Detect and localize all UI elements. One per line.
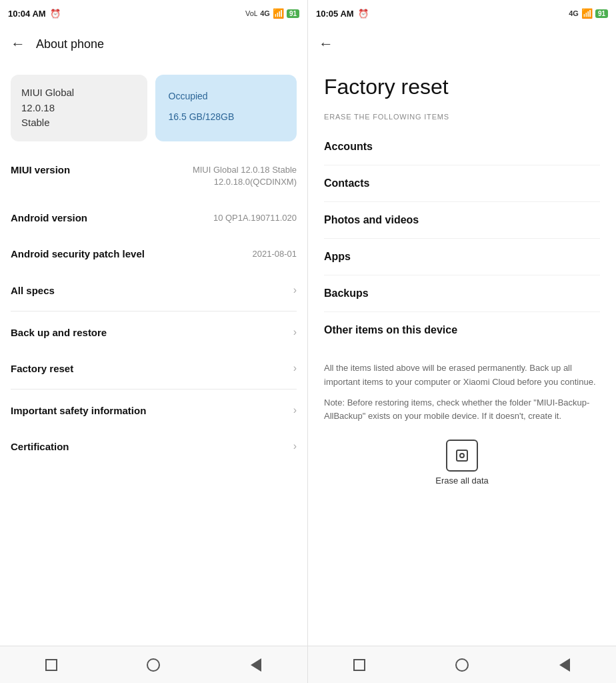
left-nav-home-btn[interactable] (140, 652, 167, 678)
right-nav-square-btn[interactable] (346, 652, 373, 678)
right-4g-label: 4G (569, 9, 579, 17)
right-signal-icon: 📶 (581, 8, 593, 19)
right-status-bar: 10:05 AM ⏰ 4G 📶 91 (308, 0, 616, 27)
miui-version-row: MIUI version MIUI Global 12.0.18 Stable … (0, 152, 307, 200)
left-nav-circle-icon (147, 658, 160, 672)
left-4g-label: 4G (260, 9, 270, 17)
left-bottom-nav (0, 646, 307, 683)
right-status-left: 10:05 AM ⏰ (316, 9, 369, 19)
erase-all-icon (446, 440, 478, 472)
factory-reset-chevron: › (293, 362, 297, 374)
svg-text:VoLTE: VoLTE (245, 9, 257, 17)
miui-info-card: MIUI Global 12.0.18 Stable (11, 75, 147, 141)
storage-amount: 16.5 GB (169, 111, 203, 122)
miui-card-row: MIUI Global 12.0.18 Stable Occupied 16.5… (0, 69, 307, 152)
right-back-button[interactable]: ← (319, 35, 333, 53)
left-time: 10:04 AM (8, 9, 46, 19)
android-version-row: Android version 10 QP1A.190711.020 (0, 200, 307, 236)
storage-total: /128GB (203, 111, 234, 122)
right-time: 10:05 AM (316, 9, 354, 19)
factory-reset-label: Factory reset (11, 363, 73, 374)
left-back-button[interactable]: ← (11, 35, 25, 53)
divider-1 (11, 311, 297, 311)
certification-row[interactable]: Certification › (0, 428, 307, 464)
safety-info-chevron: › (293, 404, 297, 416)
left-alarm-icon: ⏰ (50, 9, 61, 19)
right-toolbar: ← (308, 27, 616, 61)
erase-section-label: ERASE THE FOLLOWING ITEMS (324, 113, 600, 121)
erase-item-accounts-text: Accounts (324, 141, 373, 152)
android-version-label: Android version (11, 212, 87, 223)
erase-item-contacts: Contacts (324, 165, 600, 202)
right-nav-square-icon (353, 659, 365, 671)
about-content: MIUI Global 12.0.18 Stable Occupied 16.5… (0, 61, 307, 646)
miui-info-text: MIUI Global 12.0.18 Stable (21, 85, 137, 131)
left-nav-square-btn[interactable] (38, 652, 65, 678)
miui-line3: Stable (21, 115, 137, 131)
left-status-right: VoLTE 4G 📶 91 (245, 8, 299, 19)
left-network-icon: VoLTE (245, 8, 257, 19)
left-nav-triangle-icon (251, 658, 261, 672)
miui-line1: MIUI Global (21, 85, 137, 101)
erase-all-button[interactable]: Erase all data (435, 440, 489, 486)
left-page-title: About phone (36, 37, 104, 51)
svg-point-2 (460, 454, 464, 458)
erase-item-contacts-text: Contacts (324, 177, 369, 189)
right-battery: 91 (595, 9, 608, 18)
all-specs-label: All specs (11, 285, 55, 296)
erase-items-list: Accounts Contacts Photos and videos Apps… (324, 129, 600, 348)
left-status-bar: 10:04 AM ⏰ VoLTE 4G 📶 91 (0, 0, 307, 27)
certification-chevron: › (293, 440, 297, 452)
warning-text: All the items listed above will be erase… (324, 362, 600, 390)
certification-label: Certification (11, 441, 69, 452)
svg-rect-1 (457, 450, 467, 461)
erase-item-apps-text: Apps (324, 251, 351, 262)
left-status-left: 10:04 AM ⏰ (8, 9, 61, 19)
security-patch-label: Android security patch level (11, 248, 145, 259)
safety-info-label: Important safety information (11, 405, 146, 416)
backup-restore-chevron: › (293, 326, 297, 338)
miui-storage-card: Occupied 16.5 GB/128GB (155, 75, 297, 141)
security-patch-row: Android security patch level 2021-08-01 (0, 236, 307, 272)
right-bottom-nav (308, 646, 616, 683)
right-panel: 10:05 AM ⏰ 4G 📶 91 ← Factory reset ERASE… (308, 0, 616, 683)
all-specs-row[interactable]: All specs › (0, 272, 307, 308)
erase-item-other: Other items on this device (324, 312, 600, 348)
miui-version-label: MIUI version (11, 164, 70, 175)
left-signal-icon: 📶 (273, 8, 284, 19)
erase-item-photos-text: Photos and videos (324, 214, 419, 225)
left-panel: 10:04 AM ⏰ VoLTE 4G 📶 91 ← About phone M… (0, 0, 308, 683)
backup-restore-row[interactable]: Back up and restore › (0, 314, 307, 350)
safety-info-row[interactable]: Important safety information › (0, 392, 307, 428)
factory-reset-row[interactable]: Factory reset › (0, 350, 307, 386)
factory-reset-title: Factory reset (324, 75, 600, 99)
erase-item-apps: Apps (324, 239, 600, 275)
right-nav-home-btn[interactable] (449, 652, 475, 678)
right-nav-triangle-icon (559, 658, 570, 672)
erase-item-accounts: Accounts (324, 129, 600, 165)
erase-item-photos: Photos and videos (324, 202, 600, 239)
factory-reset-content: Factory reset ERASE THE FOLLOWING ITEMS … (308, 61, 616, 646)
erase-item-other-text: Other items on this device (324, 324, 457, 335)
left-nav-back-btn[interactable] (243, 652, 269, 678)
left-battery: 91 (287, 9, 299, 18)
backup-restore-label: Back up and restore (11, 327, 107, 338)
right-nav-back-btn[interactable] (551, 652, 578, 678)
security-patch-value: 2021-08-01 (253, 248, 297, 260)
miui-line2: 12.0.18 (21, 101, 137, 116)
left-toolbar: ← About phone (0, 27, 307, 61)
storage-label: Occupied (169, 91, 284, 101)
erase-item-backups-text: Backups (324, 287, 369, 299)
all-specs-chevron: › (293, 284, 297, 296)
note-text: Note: Before restoring items, check whet… (324, 396, 600, 424)
erase-all-label: Erase all data (435, 476, 489, 486)
left-nav-square-icon (45, 659, 57, 671)
erase-item-backups: Backups (324, 275, 600, 312)
divider-2 (11, 389, 297, 390)
android-version-value: 10 QP1A.190711.020 (213, 212, 297, 224)
miui-version-value: MIUI Global 12.0.18 Stable 12.0.18.0(QCD… (163, 164, 297, 188)
right-nav-circle-icon (455, 658, 469, 672)
storage-value: 16.5 GB/128GB (169, 104, 284, 125)
right-alarm-icon: ⏰ (358, 9, 369, 19)
right-status-right: 4G 📶 91 (569, 8, 608, 19)
